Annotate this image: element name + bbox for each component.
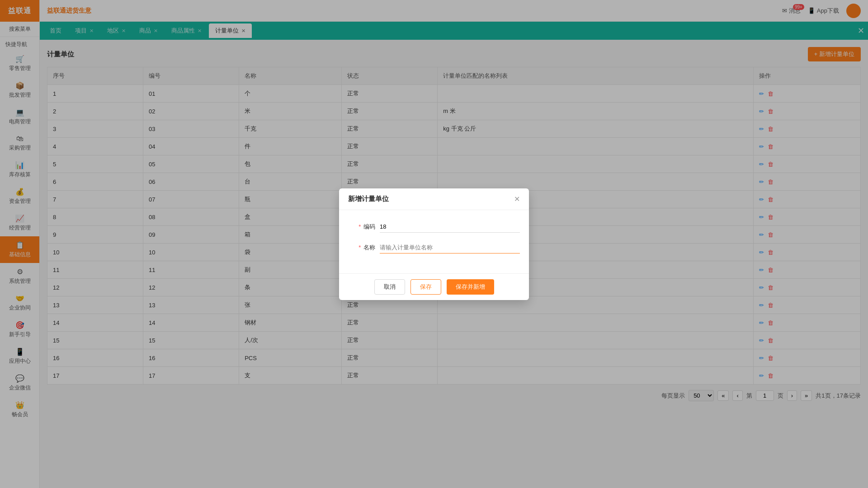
modal-title: 新增计量单位: [348, 195, 389, 203]
modal-footer: 取消 保存 保存并新增: [339, 273, 529, 300]
cancel-button[interactable]: 取消: [374, 279, 405, 295]
save-and-new-button[interactable]: 保存并新增: [447, 279, 494, 295]
save-button[interactable]: 保存: [410, 279, 441, 295]
code-field-row: * 编码: [348, 221, 520, 233]
code-label: * 编码: [348, 223, 375, 231]
name-field-row: * 名称: [348, 242, 520, 253]
add-unit-modal: 新增计量单位 ✕ * 编码 * 名称 取消 保存 保存并新增: [339, 188, 529, 300]
modal-close-button[interactable]: ✕: [514, 195, 520, 203]
modal-header: 新增计量单位 ✕: [339, 188, 529, 210]
modal-overlay: 新增计量单位 ✕ * 编码 * 名称 取消 保存 保存并新增: [0, 0, 868, 488]
modal-body: * 编码 * 名称: [339, 210, 529, 273]
name-label: * 名称: [348, 244, 375, 252]
required-star: *: [359, 223, 361, 230]
code-input[interactable]: [380, 221, 520, 233]
required-star-name: *: [359, 244, 361, 251]
name-input[interactable]: [380, 242, 520, 253]
